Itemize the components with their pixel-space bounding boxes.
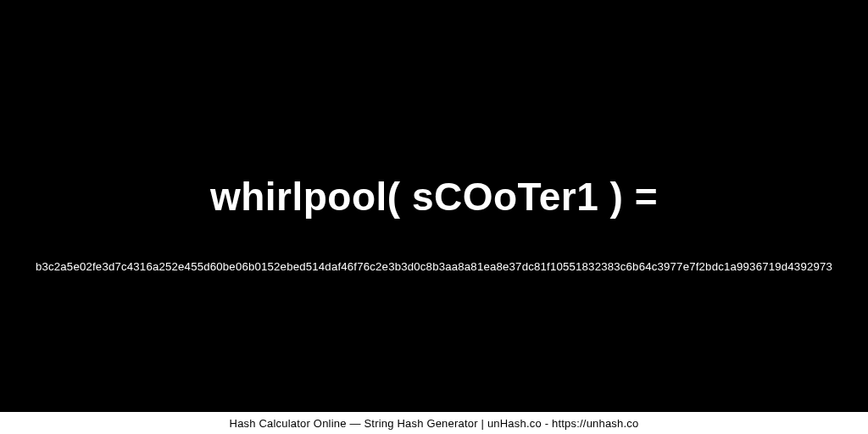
footer-caption: Hash Calculator Online — String Hash Gen… bbox=[0, 412, 868, 434]
content-area: whirlpool( sCOoTer1 ) = b3c2a5e02fe3d7c4… bbox=[0, 0, 868, 412]
hash-expression-headline: whirlpool( sCOoTer1 ) = bbox=[210, 174, 658, 220]
hash-output-value: b3c2a5e02fe3d7c4316a252e455d60be06b0152e… bbox=[36, 260, 832, 273]
page-root: whirlpool( sCOoTer1 ) = b3c2a5e02fe3d7c4… bbox=[0, 0, 868, 434]
